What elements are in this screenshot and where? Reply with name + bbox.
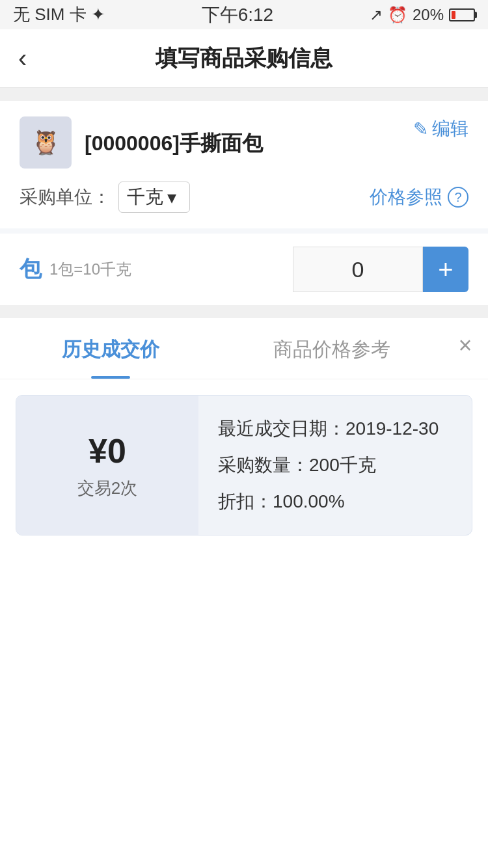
transaction-price: ¥0 <box>88 431 126 470</box>
question-icon: ? <box>448 187 468 208</box>
detail-qty-value: 200千克 <box>309 455 376 475</box>
transaction-detail-discount: 折扣：100.00% <box>218 488 452 515</box>
price-reference-button[interactable]: 价格参照 ? <box>370 185 468 210</box>
edit-button[interactable]: ✎ 编辑 <box>413 116 468 141</box>
edit-label: 编辑 <box>432 116 468 141</box>
status-bar: 无 SIM 卡 ✦ 下午6:12 ↗ ⏰ 20% <box>0 0 488 29</box>
tabs-section: 历史成交价 商品价格参考 × ¥0 交易2次 最近成交日期：2019-12-30… <box>0 318 488 551</box>
unit-label-text: 采购单位： <box>20 185 111 210</box>
tabs-header: 历史成交价 商品价格参考 × <box>0 318 488 379</box>
edit-icon: ✎ <box>413 118 428 140</box>
status-left: 无 SIM 卡 ✦ <box>13 3 105 26</box>
chevron-down-icon: ▾ <box>167 187 176 208</box>
unit-select[interactable]: 千克 ▾ <box>118 182 190 213</box>
battery-percent: 20% <box>413 6 444 24</box>
back-button[interactable]: ‹ <box>18 44 27 73</box>
transaction-card: ¥0 交易2次 最近成交日期：2019-12-30 采购数量：200千克 折扣：… <box>16 395 472 536</box>
quantity-plus-button[interactable]: + <box>423 247 468 292</box>
nav-bar: ‹ 填写商品采购信息 <box>0 29 488 88</box>
unit-left: 采购单位： 千克 ▾ <box>20 182 190 213</box>
quantity-label: 包 1包=10千克 <box>20 254 131 284</box>
unit-conversion: 1包=10千克 <box>49 259 131 280</box>
tabs-close-button[interactable]: × <box>442 332 488 366</box>
product-header: 🦉 [0000006]手撕面包 ✎ 编辑 <box>20 116 468 169</box>
page-title: 填写商品采购信息 <box>156 44 332 74</box>
unit-badge: 包 <box>20 254 42 284</box>
detail-discount-key: 折扣： <box>218 491 273 511</box>
product-left: 🦉 [0000006]手撕面包 <box>20 116 263 169</box>
price-ref-label: 价格参照 <box>370 185 442 210</box>
detail-qty-key: 采购数量： <box>218 455 309 475</box>
product-card: 🦉 [0000006]手撕面包 ✎ 编辑 采购单位： 千克 ▾ 价格参照 ? <box>0 101 488 228</box>
detail-date-key: 最近成交日期： <box>218 418 346 439</box>
quantity-row: 包 1包=10千克 + <box>0 234 488 305</box>
alarm-icon: ⏰ <box>388 6 407 24</box>
quantity-control: + <box>293 247 468 292</box>
transaction-detail-date: 最近成交日期：2019-12-30 <box>218 415 452 442</box>
battery-indicator <box>449 8 475 21</box>
section-divider <box>0 228 488 234</box>
transaction-count: 交易2次 <box>77 477 137 500</box>
unit-value: 千克 <box>127 185 163 210</box>
transaction-detail-qty: 采购数量：200千克 <box>218 452 452 479</box>
transaction-price-panel: ¥0 交易2次 <box>16 396 198 535</box>
status-right: ↗ ⏰ 20% <box>370 6 475 24</box>
product-unit-row: 采购单位： 千克 ▾ 价格参照 ? <box>20 182 468 213</box>
detail-date-value: 2019-12-30 <box>346 418 439 439</box>
detail-discount-value: 100.00% <box>273 491 345 511</box>
product-thumbnail: 🦉 <box>20 116 72 169</box>
product-name: [0000006]手撕面包 <box>85 129 263 158</box>
page-body <box>0 551 488 868</box>
tab-history-price[interactable]: 历史成交价 <box>0 318 221 379</box>
transaction-details: 最近成交日期：2019-12-30 采购数量：200千克 折扣：100.00% <box>198 396 472 535</box>
transaction-list: ¥0 交易2次 最近成交日期：2019-12-30 采购数量：200千克 折扣：… <box>0 379 488 551</box>
sim-label: 无 SIM 卡 ✦ <box>13 3 105 26</box>
quantity-input[interactable] <box>293 247 423 292</box>
tab-price-reference[interactable]: 商品价格参考 <box>221 318 442 379</box>
status-time: 下午6:12 <box>202 3 274 27</box>
location-icon: ↗ <box>370 6 383 24</box>
